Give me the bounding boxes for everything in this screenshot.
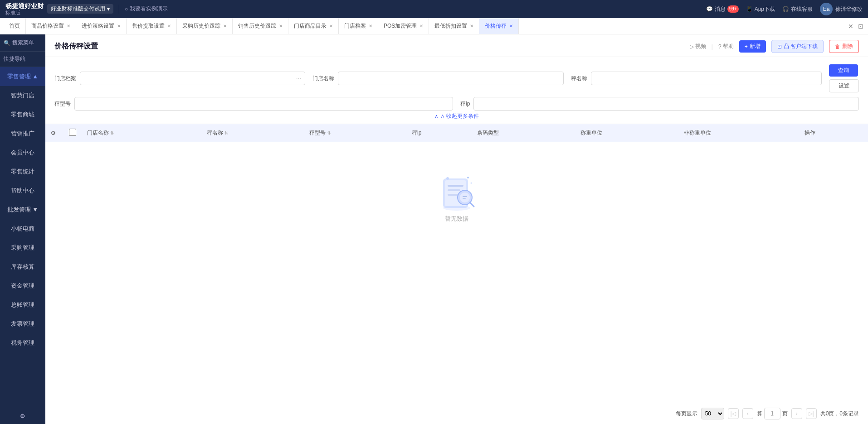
delete-btn[interactable]: 🗑 删除 xyxy=(829,40,859,53)
online-service-btn[interactable]: 🎧 在线客服 xyxy=(782,5,813,13)
collapse-btn[interactable]: ∧ ∧ 收起更多条件 xyxy=(434,112,479,120)
prev-page-btn[interactable]: ‹ xyxy=(742,408,753,419)
th-scale-name[interactable]: 秤名称 ⇅ xyxy=(201,124,304,142)
th-checkbox xyxy=(63,124,82,142)
last-page-btn[interactable]: ▷| xyxy=(806,408,817,419)
version-select[interactable]: 好业财标准版交付试用 ▾ xyxy=(47,4,113,14)
sidebar-item-retail-mall[interactable]: 零售商城 xyxy=(0,105,45,124)
close-sale-extract-icon[interactable]: ✕ xyxy=(167,24,171,29)
set-btn[interactable]: 设置 xyxy=(829,79,859,92)
close-pos-manage-icon[interactable]: ✕ xyxy=(419,24,423,29)
next-page-btn[interactable]: › xyxy=(791,408,802,419)
sidebar-item-invoice-manage[interactable]: 发票管理 xyxy=(0,314,45,333)
th-store-name[interactable]: 门店名称 ⇅ xyxy=(82,124,201,142)
th-settings[interactable]: ⚙ xyxy=(45,124,63,142)
close-store-archive-icon[interactable]: ✕ xyxy=(369,24,372,29)
close-price-scale-icon[interactable]: ✕ xyxy=(509,24,513,29)
top-bar: 畅捷通好业财 标准版 好业财标准版交付试用 ▾ ○ 我要看实例演示 💬 消息 9… xyxy=(0,0,868,18)
sidebar-item-small-ecom[interactable]: 小畅电商 xyxy=(0,219,45,238)
close-purchase-history-icon[interactable]: ✕ xyxy=(223,24,227,29)
close-min-discount-icon[interactable]: ✕ xyxy=(470,24,473,29)
sidebar-item-help-center-label: 帮助中心 xyxy=(11,187,34,195)
first-page-btn[interactable]: |◁ xyxy=(728,408,739,419)
select-all-checkbox[interactable] xyxy=(69,129,76,136)
sidebar-item-smart-store[interactable]: 智慧门店 xyxy=(0,86,45,105)
sidebar-item-inventory[interactable]: 库存核算 xyxy=(0,257,45,276)
store-archive-dots-btn[interactable]: ··· xyxy=(293,75,305,82)
query-btn[interactable]: 查询 xyxy=(829,64,858,77)
empty-state-row: 暂无数据 xyxy=(45,142,868,251)
store-archive-input[interactable] xyxy=(80,75,293,82)
tab-purchase-strategy[interactable]: 进价策略设置 ✕ xyxy=(76,18,127,34)
close-purchase-strategy-icon[interactable]: ✕ xyxy=(117,24,121,29)
divider xyxy=(119,5,119,14)
tab-min-discount[interactable]: 最低折扣设置 ✕ xyxy=(429,18,479,34)
sidebar-item-inventory-label: 库存核算 xyxy=(11,263,34,271)
table-body: 暂无数据 xyxy=(45,142,868,251)
video-btn[interactable]: ▷ 视频 xyxy=(690,43,706,50)
tab-price-scale[interactable]: 价格传秤 ✕ xyxy=(479,18,519,34)
tab-pos-manage[interactable]: POS加密管理 ✕ xyxy=(378,18,429,34)
download-btn[interactable]: ⊡ 凸 客户端下载 xyxy=(771,40,824,53)
close-sale-history-icon[interactable]: ✕ xyxy=(279,24,283,29)
scale-ip-input[interactable] xyxy=(473,97,859,111)
close-all-tabs-btn[interactable]: ✕ xyxy=(847,22,854,31)
pagination-page: 算 页 xyxy=(757,408,788,419)
tab-sale-history[interactable]: 销售历史价跟踪 ✕ xyxy=(233,18,288,34)
th-scale-model[interactable]: 秤型号 ⇅ xyxy=(304,124,406,142)
scale-model-input[interactable] xyxy=(74,97,453,111)
message-btn[interactable]: 💬 消息 99+ xyxy=(706,5,739,13)
sidebar-item-wholesale[interactable]: 批发管理 ▼ xyxy=(0,200,45,219)
store-name-input[interactable] xyxy=(338,72,563,85)
add-btn[interactable]: + 新增 xyxy=(739,40,766,53)
sidebar-search[interactable]: 🔍 搜索菜单 xyxy=(0,34,45,52)
tab-price-settings[interactable]: 商品价格设置 ✕ xyxy=(26,18,76,34)
tab-store-catalog[interactable]: 门店商品目录 ✕ xyxy=(288,18,339,34)
video-label: 视频 xyxy=(695,43,706,50)
sidebar-item-purchase-manage-label: 采购管理 xyxy=(11,244,34,252)
scale-name-input[interactable] xyxy=(591,72,822,85)
scale-name-label: 秤名称 xyxy=(571,75,587,82)
th-non-weight-unit-label: 非称重单位 xyxy=(684,130,711,136)
divider1: | xyxy=(712,43,713,50)
page-input[interactable] xyxy=(764,408,780,419)
tab-home[interactable]: 首页 xyxy=(4,18,26,34)
app-download-btn[interactable]: 📱 App下载 xyxy=(746,5,775,13)
sidebar-quick-nav[interactable]: 快捷导航 xyxy=(0,52,45,67)
close-store-catalog-icon[interactable]: ✕ xyxy=(329,24,333,29)
page-header: 价格传秤设置 ▷ 视频 | ? 帮助 + 新增 ⊡ 凸 客户端下载 🗑 xyxy=(45,34,868,57)
tab-store-archive[interactable]: 门店档案 ✕ xyxy=(339,18,378,34)
user-initials: Ea xyxy=(823,6,830,12)
per-page-select[interactable]: 50 20 100 xyxy=(701,408,724,419)
sidebar-item-tax-manage[interactable]: 税务管理 xyxy=(0,333,45,352)
sidebar-item-marketing[interactable]: 营销推广 xyxy=(0,124,45,143)
delete-label: 删除 xyxy=(842,43,853,50)
download-icon2: ⊡ xyxy=(777,43,782,50)
user-info[interactable]: Ea 徐泽华修改 xyxy=(820,3,863,15)
empty-illustration xyxy=(434,169,479,215)
sidebar-item-retail-stats[interactable]: 零售统计 xyxy=(0,162,45,181)
sidebar-item-member-center[interactable]: 会员中心 xyxy=(0,143,45,162)
sidebar-item-fund-manage[interactable]: 资金管理 xyxy=(0,276,45,295)
svg-rect-9 xyxy=(463,196,467,197)
svg-line-8 xyxy=(470,202,474,207)
sidebar-search-label: 搜索菜单 xyxy=(12,39,34,47)
filter-row2: 秤型号 秤ip xyxy=(54,97,859,111)
demo-link[interactable]: ○ 我要看实例演示 xyxy=(125,5,168,13)
help-btn[interactable]: ? 帮助 xyxy=(718,43,734,50)
settings-icon: ⚙ xyxy=(51,130,56,136)
tab-sale-extract[interactable]: 售价提取设置 ✕ xyxy=(127,18,177,34)
th-barcode-type: 条码类型 xyxy=(472,124,575,142)
collapse-row: ∧ ∧ 收起更多条件 xyxy=(54,112,859,120)
tab-purchase-history[interactable]: 采购历史价跟踪 ✕ xyxy=(177,18,233,34)
sidebar-settings-btn[interactable]: ⚙ xyxy=(0,408,45,424)
restore-window-btn[interactable]: ⊡ xyxy=(857,22,864,31)
tab-store-catalog-label: 门店商品目录 xyxy=(294,22,327,30)
close-price-settings-icon[interactable]: ✕ xyxy=(67,24,70,29)
sidebar-item-general-ledger[interactable]: 总账管理 xyxy=(0,295,45,314)
sidebar-item-help-center[interactable]: 帮助中心 xyxy=(0,181,45,200)
sidebar-item-retail-manage[interactable]: 零售管理 ▲ xyxy=(0,67,45,86)
sidebar: 🔍 搜索菜单 快捷导航 零售管理 ▲ 智慧门店 零售商城 营销推广 会员中心 零… xyxy=(0,34,45,424)
sidebar-item-purchase-manage[interactable]: 采购管理 xyxy=(0,238,45,257)
filter-row1: 门店档案 ··· 门店名称 秤名称 查询 xyxy=(54,64,859,92)
